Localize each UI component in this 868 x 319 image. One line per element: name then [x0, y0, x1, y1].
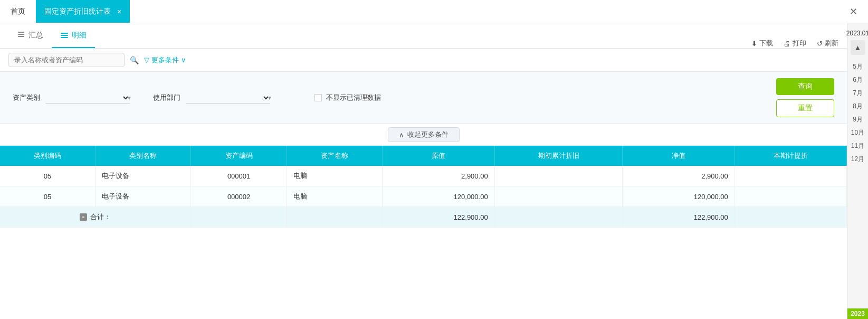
collapse-bar: ∧ 收起更多条件 — [0, 124, 847, 146]
col-current-depreciation: 本期计提折 — [735, 146, 846, 166]
col-net-value: 净值 — [623, 146, 735, 166]
cell-category-code: 05 — [0, 166, 95, 186]
sidebar-month-item[interactable]: 6月 — [851, 73, 864, 87]
top-nav-right: ✕ — [850, 6, 868, 17]
cell-asset-code: 000001 — [191, 166, 287, 186]
top-nav: 首页 固定资产折旧统计表 × ✕ — [0, 0, 868, 23]
download-label: 下载 — [759, 39, 773, 48]
sidebar-year-badge[interactable]: 2023 — [847, 308, 868, 319]
svg-rect-3 — [61, 33, 68, 34]
cell-current-depreciation — [735, 186, 846, 207]
tab-detail[interactable]: 明细 — [52, 23, 95, 48]
hide-cleared-field: 不显示已清理数据 — [314, 93, 381, 102]
filter-panel: 资产类别 ▼ 使用部门 ▼ 不显示已清理数据 — [0, 72, 847, 124]
col-category-name: 类别名称 — [95, 146, 191, 166]
cell-original-value: 2,900.00 — [383, 166, 494, 186]
sub-tabs-bar: 汇总 明细 ⬇ 下载 🖨 打印 — [0, 23, 847, 49]
cell-asset-name: 电脑 — [287, 186, 383, 207]
tab-summary-label: 汇总 — [28, 31, 43, 40]
sidebar-month-item[interactable]: 5月 — [851, 60, 864, 73]
cell-category-name: 电子设备 — [95, 186, 191, 207]
home-tab[interactable]: 首页 — [0, 0, 36, 23]
svg-rect-0 — [18, 34, 24, 35]
total-asset-name — [287, 207, 383, 228]
svg-rect-1 — [18, 36, 24, 37]
department-select[interactable] — [186, 92, 270, 104]
sidebar-date-top[interactable]: 2023.01 — [845, 27, 868, 39]
cell-accumulated-depreciation — [494, 166, 623, 186]
table-total-row: ≡ 合计： 122,900.00 122,900.00 — [0, 207, 847, 228]
window-close-button[interactable]: ✕ — [850, 6, 857, 17]
tab-close-icon[interactable]: × — [117, 7, 121, 16]
total-asset-code — [191, 207, 287, 228]
sidebar-month-item[interactable]: 9月 — [851, 113, 864, 126]
sidebar-scroll-up[interactable]: ▲ — [851, 40, 865, 55]
cell-original-value: 120,000.00 — [383, 186, 494, 207]
total-icon: ≡ — [80, 213, 87, 221]
svg-rect-2 — [18, 32, 24, 33]
download-button[interactable]: ⬇ 下载 — [751, 39, 773, 48]
active-tab[interactable]: 固定资产折旧统计表 × — [36, 0, 130, 23]
total-accumulated-depreciation — [494, 207, 623, 228]
print-icon: 🖨 — [784, 40, 790, 48]
tab-actions: ⬇ 下载 🖨 打印 ↺ 刷新 — [751, 39, 838, 48]
search-input[interactable] — [8, 53, 125, 67]
col-asset-name: 资产名称 — [287, 146, 383, 166]
col-original-value: 原值 — [383, 146, 494, 166]
table-body: 05 电子设备 000001 电脑 2,900.00 2,900.00 05 电… — [0, 166, 847, 228]
collapse-button[interactable]: ∧ 收起更多条件 — [388, 127, 460, 142]
asset-category-arrow-icon: ▼ — [127, 95, 132, 101]
sidebar-month-item[interactable]: 12月 — [851, 153, 864, 166]
cell-category-name: 电子设备 — [95, 166, 191, 186]
table-row: 05 电子设备 000002 电脑 120,000.00 120,000.00 — [0, 186, 847, 207]
col-category-code: 类别编码 — [0, 146, 95, 166]
refresh-icon: ↺ — [817, 40, 823, 48]
table-container: 类别编码 类别名称 资产编码 资产名称 原值 期初累计折旧 净值 本期计提折 0… — [0, 146, 847, 319]
search-icon[interactable]: 🔍 — [130, 56, 139, 64]
total-label-cell: ≡ 合计： — [0, 207, 191, 228]
sidebar-months: 5月6月7月8月9月10月11月12月 — [851, 60, 864, 166]
print-label: 打印 — [793, 39, 806, 48]
collapse-label: 收起更多条件 — [407, 130, 449, 139]
reset-button[interactable]: 重置 — [776, 99, 834, 117]
hide-cleared-checkbox[interactable] — [314, 94, 322, 101]
sidebar-month-item[interactable]: 11月 — [851, 139, 864, 153]
filter-buttons: 查询 重置 — [776, 78, 834, 117]
more-filter-button[interactable]: ▽ 更多条件 ∨ — [144, 55, 186, 65]
chevron-down-icon: ∨ — [181, 56, 186, 64]
right-sidebar: 2023.01 ▲ 5月6月7月8月9月10月11月12月 2023 — [847, 23, 868, 319]
total-original-value: 122,900.00 — [383, 207, 494, 228]
refresh-button[interactable]: ↺ 刷新 — [817, 39, 838, 48]
cell-current-depreciation — [735, 166, 846, 186]
asset-category-label: 资产类别 — [13, 93, 40, 102]
cell-category-code: 05 — [0, 186, 95, 207]
cell-accumulated-depreciation — [494, 186, 623, 207]
main-content: 汇总 明细 ⬇ 下载 🖨 打印 — [0, 23, 868, 319]
filter-label: 更多条件 — [151, 55, 179, 65]
filter-icon: ▽ — [144, 56, 149, 64]
sidebar-month-item[interactable]: 8月 — [851, 100, 864, 113]
tab-label: 固定资产折旧统计表 — [44, 7, 111, 16]
sidebar-month-item[interactable]: 10月 — [851, 126, 864, 139]
sidebar-month-item[interactable]: 7月 — [851, 87, 864, 100]
svg-rect-4 — [61, 35, 68, 36]
total-label-text: 合计： — [90, 212, 111, 222]
cell-asset-code: 000002 — [191, 186, 287, 207]
department-field: 使用部门 ▼ — [153, 92, 272, 104]
print-button[interactable]: 🖨 打印 — [784, 39, 806, 48]
table-header-row: 类别编码 类别名称 资产编码 资产名称 原值 期初累计折旧 净值 本期计提折 — [0, 146, 847, 166]
asset-category-select[interactable] — [45, 92, 130, 104]
total-current-depreciation — [735, 207, 846, 228]
table-row: 05 电子设备 000001 电脑 2,900.00 2,900.00 — [0, 166, 847, 186]
filter-row: 资产类别 ▼ 使用部门 ▼ 不显示已清理数据 — [13, 78, 834, 117]
download-icon: ⬇ — [751, 40, 757, 48]
department-label: 使用部门 — [153, 93, 180, 102]
col-asset-code: 资产编码 — [191, 146, 287, 166]
total-net-value: 122,900.00 — [623, 207, 735, 228]
cell-net-value: 2,900.00 — [623, 166, 735, 186]
data-table: 类别编码 类别名称 资产编码 资产名称 原值 期初累计折旧 净值 本期计提折 0… — [0, 146, 847, 228]
tab-summary[interactable]: 汇总 — [8, 23, 52, 48]
query-button[interactable]: 查询 — [776, 78, 834, 95]
list-icon — [60, 31, 69, 40]
tab-detail-label: 明细 — [72, 31, 87, 40]
